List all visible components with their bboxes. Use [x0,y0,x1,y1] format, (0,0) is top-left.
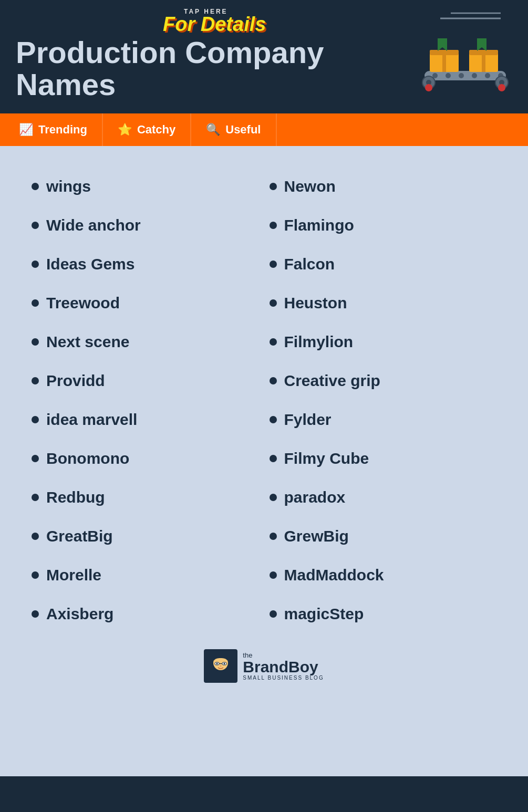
list-item: Next scene [26,322,264,361]
svg-point-28 [224,663,225,664]
conveyor-illustration [418,8,512,92]
name-text: Heuston [284,294,347,312]
bullet [32,533,39,540]
svg-rect-15 [442,50,446,72]
list-item: idea marvell [26,400,264,439]
bullet [32,222,39,229]
useful-icon: 🔍 [206,123,220,137]
svg-point-3 [459,73,464,78]
bullet [270,494,277,501]
list-item: Ideas Gems [26,245,264,284]
name-text: Ideas Gems [46,255,134,273]
name-text: idea marvell [46,411,137,429]
list-item: Heuston [264,284,502,322]
name-text: Creative grip [284,372,380,390]
list-item: Providd [26,361,264,400]
bullet [32,455,39,462]
svg-point-4 [472,73,477,78]
svg-point-5 [485,73,490,78]
catchy-icon: ⭐ [118,123,132,137]
name-text: Redbug [46,488,105,506]
list-item: Falcon [264,245,502,284]
orange-accent [0,113,4,146]
bullet [32,494,39,501]
bullet [270,183,277,190]
name-text: wings [46,178,91,195]
logo-tagline: SMALL BUSINESS BLOG [243,675,324,681]
right-column: Newon Flamingo Falcon Heuston Filmylion … [264,167,502,633]
names-grid: wings Wide anchor Ideas Gems Treewood Ne… [11,162,517,639]
bullet [32,299,39,307]
bullet [32,416,39,423]
name-text: Treewood [46,294,120,312]
svg-marker-16 [438,38,447,51]
name-text: paradox [284,488,346,506]
svg-point-12 [498,84,505,91]
bullet [32,183,39,190]
bullet [270,571,277,579]
name-text: MadMaddock [284,566,384,584]
tab-catchy[interactable]: ⭐ Catchy [103,113,191,146]
svg-point-29 [220,665,222,667]
list-item: Wide anchor [26,206,264,245]
tab-trending-label: Trending [38,123,87,137]
bullet [32,377,39,384]
bullet [270,416,277,423]
list-item: Creative grip [264,361,502,400]
brandboy-logo: the BrandBoy SMALL BUSINESS BLOG [204,649,324,683]
name-text: Filmylion [284,333,354,351]
bullet [270,299,277,307]
trending-icon: 📈 [19,123,33,137]
name-text: Next scene [46,333,129,351]
name-text: Falcon [284,255,335,273]
logo-icon [204,649,237,683]
list-item: Morelle [26,556,264,595]
logo-text: the BrandBoy SMALL BUSINESS BLOG [243,651,324,681]
tab-useful[interactable]: 🔍 Useful [191,113,276,146]
svg-point-2 [446,73,451,78]
svg-rect-30 [215,670,226,678]
name-text: Newon [284,178,336,195]
name-text: Flamingo [284,216,354,234]
name-text: Providd [46,372,105,390]
tab-useful-label: Useful [225,123,261,137]
tab-trending[interactable]: 📈 Trending [4,113,103,146]
list-item: Axisberg [26,595,264,633]
bullet [270,455,277,462]
name-text: GreatBig [46,527,113,545]
name-text: magicStep [284,605,364,623]
logo-brandboy: BrandBoy [243,659,324,675]
name-text: Axisberg [46,605,113,623]
svg-point-27 [216,663,218,664]
bullet [270,377,277,384]
name-text: Fylder [284,411,332,429]
bullet [32,261,39,268]
list-item: magicStep [264,595,502,633]
content-area: wings Wide anchor Ideas Gems Treewood Ne… [0,146,528,776]
bullet [32,571,39,579]
svg-point-11 [425,84,432,91]
tabs-row: 📈 Trending ⭐ Catchy 🔍 Useful [0,113,528,146]
svg-rect-19 [482,50,485,72]
page-title-line1: Production Company [16,37,324,69]
list-item: wings [26,167,264,206]
bullet [270,222,277,229]
list-item: Newon [264,167,502,206]
list-item: GreatBig [26,517,264,556]
name-text: Bonomono [46,450,129,467]
bullet [32,338,39,346]
list-item: GrewBig [264,517,502,556]
title-block: TAP HERE For Details Production Company … [16,8,418,108]
header: TAP HERE For Details Production Company … [0,0,528,113]
bullet [270,610,277,618]
name-text: Filmy Cube [284,450,369,467]
list-item: Flamingo [264,206,502,245]
footer: the BrandBoy SMALL BUSINESS BLOG [11,639,517,693]
left-column: wings Wide anchor Ideas Gems Treewood Ne… [26,167,264,633]
bullet [270,261,277,268]
page-title-line2: Names [16,69,116,101]
list-item: Treewood [26,284,264,322]
list-item: MadMaddock [264,556,502,595]
bullet [32,610,39,618]
list-item: paradox [264,478,502,517]
